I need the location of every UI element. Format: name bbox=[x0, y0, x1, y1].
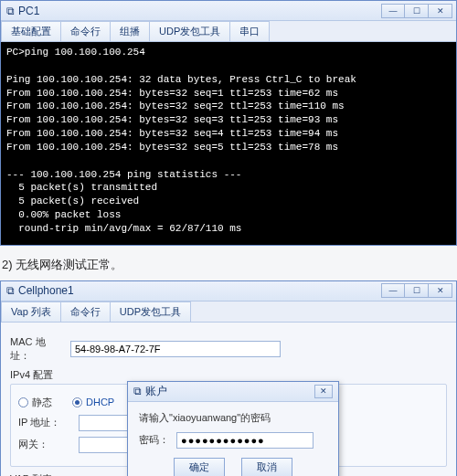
cancel-button[interactable]: 取消 bbox=[241, 458, 292, 476]
pc1-window: ⧉ PC1 — ☐ ✕ 基础配置 命令行 组播 UDP发包工具 串口 PC>pi… bbox=[0, 0, 457, 246]
terminal-line: From 100.100.100.254: bytes=32 seq=1 ttl… bbox=[6, 87, 451, 100]
password-label: 密码： bbox=[139, 433, 169, 447]
maximize-button[interactable]: ☐ bbox=[405, 283, 429, 298]
terminal-line: From 100.100.100.254: bytes=32 seq=3 ttl… bbox=[6, 113, 451, 127]
terminal-line: From 100.100.100.254: bytes=32 seq=4 ttl… bbox=[6, 127, 451, 141]
cellphone-titlebar[interactable]: ⧉ Cellphone1 — ☐ ✕ bbox=[1, 281, 456, 301]
terminal-line: From 100.100.100.254: bytes=32 seq=5 ttl… bbox=[6, 141, 451, 154]
tab-multicast[interactable]: 组播 bbox=[110, 21, 150, 41]
dialog-title: 账户 bbox=[145, 384, 167, 399]
terminal-line: From 100.100.100.254: bytes=32 seq=2 ttl… bbox=[6, 100, 451, 113]
cellphone-title: Cellphone1 bbox=[18, 284, 74, 297]
password-input[interactable] bbox=[176, 432, 314, 449]
terminal-line: 5 packet(s) transmitted bbox=[6, 181, 451, 195]
terminal-line: --- 100.100.100.254 ping statistics --- bbox=[6, 168, 451, 182]
cellphone-tabs: Vap 列表 命令行 UDP发包工具 bbox=[1, 301, 456, 323]
cellphone-panel: MAC 地址： IPv4 配置 静态 DHCP IP 地址： 网关： bbox=[1, 323, 456, 476]
terminal-line: PC>ping 100.100.100.254 bbox=[6, 46, 451, 59]
close-button[interactable]: ✕ bbox=[429, 4, 452, 18]
radio-static-label: 静态 bbox=[32, 396, 52, 409]
terminal-line: 0.00% packet loss bbox=[6, 208, 451, 222]
tab-cli[interactable]: 命令行 bbox=[60, 301, 111, 322]
tab-udp[interactable]: UDP发包工具 bbox=[110, 301, 191, 322]
minimize-button[interactable]: — bbox=[381, 4, 405, 18]
radio-icon bbox=[72, 397, 82, 407]
pc1-titlebar[interactable]: ⧉ PC1 — ☐ ✕ bbox=[1, 1, 456, 21]
caption-text: 2) 无线网络测试正常。 bbox=[0, 251, 457, 280]
radio-static[interactable]: 静态 bbox=[18, 396, 52, 409]
pc1-terminal[interactable]: PC>ping 100.100.100.254 Ping 100.100.100… bbox=[1, 42, 456, 245]
cellphone-app-icon: ⧉ bbox=[6, 284, 15, 297]
radio-dhcp[interactable]: DHCP bbox=[72, 397, 114, 407]
tab-udp[interactable]: UDP发包工具 bbox=[149, 21, 230, 41]
mac-label: MAC 地址： bbox=[10, 335, 63, 363]
maximize-button[interactable]: ☐ bbox=[405, 4, 429, 18]
ipv4-section-title: IPv4 配置 bbox=[10, 368, 447, 382]
ok-button[interactable]: 确定 bbox=[174, 458, 225, 476]
radio-dhcp-label: DHCP bbox=[86, 397, 114, 407]
terminal-line: 5 packet(s) received bbox=[6, 195, 451, 208]
tab-basic-config[interactable]: 基础配置 bbox=[1, 21, 61, 41]
dialog-close-button[interactable]: ✕ bbox=[314, 385, 333, 398]
close-button[interactable]: ✕ bbox=[429, 283, 452, 298]
dialog-icon: ⧉ bbox=[133, 385, 142, 397]
cellphone-window: ⧉ Cellphone1 — ☐ ✕ Vap 列表 命令行 UDP发包工具 MA… bbox=[0, 280, 457, 476]
radio-icon bbox=[18, 397, 28, 407]
account-dialog: ⧉ 账户 ✕ 请输入"xiaoyuanwang"的密码 密码： 确定 取消 bbox=[127, 381, 339, 476]
gateway-label: 网关： bbox=[18, 438, 71, 451]
mac-input[interactable] bbox=[70, 341, 281, 357]
tab-vap-list[interactable]: Vap 列表 bbox=[1, 301, 61, 322]
dialog-prompt: 请输入"xiaoyuanwang"的密码 bbox=[139, 411, 327, 425]
pc1-tabs: 基础配置 命令行 组播 UDP发包工具 串口 bbox=[1, 21, 456, 42]
ip-label: IP 地址： bbox=[18, 416, 71, 429]
tab-serial[interactable]: 串口 bbox=[229, 21, 270, 41]
pc1-title: PC1 bbox=[18, 5, 39, 17]
pc1-app-icon: ⧉ bbox=[6, 5, 15, 17]
terminal-line bbox=[6, 59, 451, 73]
terminal-line: round-trip min/avg/max = 62/87/110 ms bbox=[6, 222, 451, 236]
minimize-button[interactable]: — bbox=[381, 283, 405, 298]
terminal-line bbox=[6, 154, 451, 168]
terminal-line: Ping 100.100.100.254: 32 data bytes, Pre… bbox=[6, 73, 451, 87]
tab-cli[interactable]: 命令行 bbox=[60, 21, 111, 41]
